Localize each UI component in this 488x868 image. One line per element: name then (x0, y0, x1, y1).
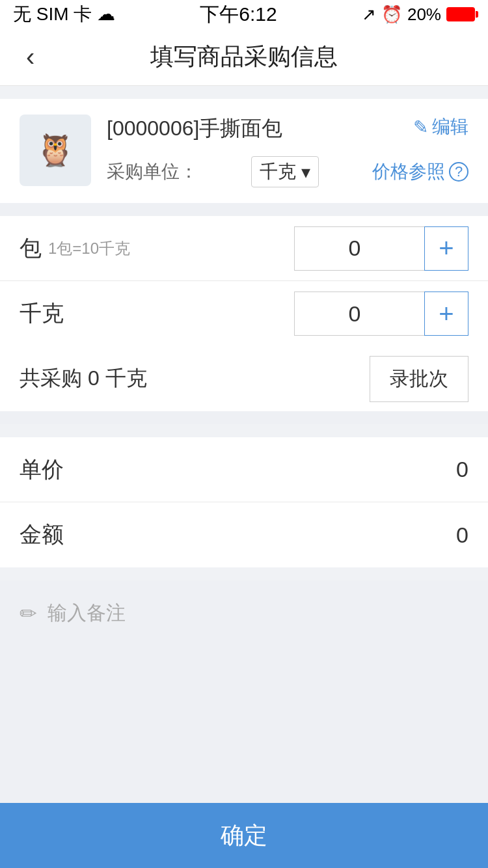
product-image: 🦉 (20, 115, 91, 186)
amount-value: 0 (456, 522, 468, 548)
summary-row: 共采购 0 千克 录批次 (0, 346, 488, 411)
status-right: ↗ ⏰ 20% (362, 5, 475, 25)
status-time: 下午6:12 (200, 1, 277, 28)
price-ref-button[interactable]: 价格参照 ? (372, 159, 468, 184)
help-icon: ? (449, 162, 468, 182)
unit-price-row: 单价 0 (0, 437, 488, 502)
sim-label: 无 SIM 卡 ☁ (13, 2, 115, 27)
amount-label: 金额 (20, 520, 64, 550)
kg-plus-button[interactable]: + (424, 292, 468, 336)
battery-percent: 20% (407, 5, 441, 25)
kg-input-row: 千克 + (0, 281, 488, 346)
kg-input[interactable] (294, 292, 424, 336)
unit-value: 千克 (260, 159, 296, 184)
status-bar: 无 SIM 卡 ☁ 下午6:12 ↗ ⏰ 20% (0, 0, 488, 29)
page-title: 填写商品采购信息 (150, 41, 338, 73)
bao-sub-label: 1包=10千克 (48, 238, 130, 259)
product-unit-row: 采购单位： 千克 ▾ 价格参照 ? (107, 156, 468, 187)
location-icon: ↗ (362, 5, 376, 25)
unit-select[interactable]: 千克 ▾ (251, 156, 319, 187)
chevron-down-icon: ▾ (301, 161, 310, 183)
notes-placeholder: 输入备注 (47, 600, 126, 627)
product-info: [0000006]手撕面包 ✎ 编辑 采购单位： 千克 ▾ 价格参照 ? (107, 115, 468, 187)
batch-button[interactable]: 录批次 (370, 356, 468, 402)
alarm-icon: ⏰ (381, 5, 402, 25)
kg-label: 千克 (20, 299, 64, 329)
product-card: 🦉 [0000006]手撕面包 ✎ 编辑 采购单位： 千克 ▾ 价格参照 ? (0, 99, 488, 203)
section-divider-1 (0, 203, 488, 216)
unit-price-value: 0 (456, 457, 468, 482)
product-logo: 🦉 (36, 132, 75, 169)
price-ref-label: 价格参照 (372, 159, 445, 184)
summary-text: 共采购 0 千克 (20, 364, 147, 393)
edit-label: 编辑 (432, 115, 468, 139)
status-left: 无 SIM 卡 ☁ (13, 2, 115, 27)
section-divider-2 (0, 411, 488, 424)
product-name: [0000006]手撕面包 (107, 115, 282, 143)
product-header: [0000006]手撕面包 ✎ 编辑 (107, 115, 468, 143)
input-section: 包 1包=10千克 + 千克 + (0, 216, 488, 346)
pencil-icon: ✏ (20, 601, 37, 626)
bao-label: 包 (20, 234, 42, 264)
battery-icon (446, 7, 475, 21)
notes-area[interactable]: ✏ 输入备注 (0, 580, 488, 646)
edit-icon: ✎ (413, 116, 428, 138)
unit-label: 采购单位： (107, 159, 198, 184)
bao-plus-button[interactable]: + (424, 226, 468, 271)
bao-input-wrap: + (294, 226, 468, 271)
unit-price-label: 单价 (20, 455, 64, 485)
edit-button[interactable]: ✎ 编辑 (413, 115, 468, 139)
amount-row: 金额 0 (0, 502, 488, 567)
confirm-button[interactable]: 确定 (0, 803, 488, 868)
nav-bar: ‹ 填写商品采购信息 (0, 29, 488, 86)
kg-input-wrap: + (294, 292, 468, 336)
bao-input[interactable] (294, 226, 424, 271)
back-button[interactable]: ‹ (20, 36, 41, 78)
bao-input-row: 包 1包=10千克 + (0, 216, 488, 281)
price-section: 单价 0 金额 0 (0, 437, 488, 567)
